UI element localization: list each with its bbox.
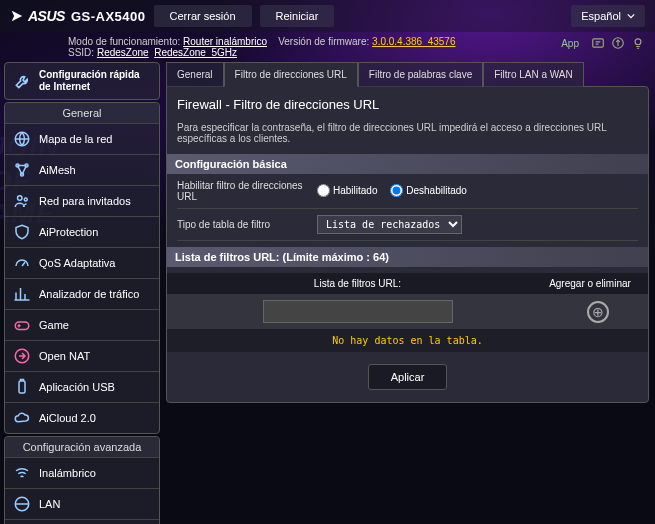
- language-label: Español: [581, 10, 621, 22]
- panel-description: Para especificar la contraseña, el filtr…: [177, 122, 638, 144]
- col-action-header: Agregar o eliminar: [540, 278, 640, 289]
- sidebar-item-game[interactable]: Game: [5, 309, 159, 340]
- sidebar-item-label: Analizador de tráfico: [39, 288, 139, 300]
- sidebar-item-guest[interactable]: Red para invitados: [5, 185, 159, 216]
- sidebar-item-label: LAN: [39, 498, 60, 510]
- shield-icon: [13, 223, 31, 241]
- tabs-bar: General Filtro de direcciones URL Filtro…: [166, 62, 649, 87]
- sidebar-advanced-block: Configuración avanzada Inalámbrico LAN W…: [4, 436, 160, 524]
- brand-logo: ASUS: [28, 8, 65, 24]
- svg-point-7: [18, 196, 23, 201]
- sidebar-item-aimesh[interactable]: AiMesh: [5, 154, 159, 185]
- enabled-radio[interactable]: [317, 184, 330, 197]
- reboot-button[interactable]: Reiniciar: [260, 5, 335, 27]
- language-select[interactable]: Español: [571, 5, 645, 27]
- nat-icon: [13, 347, 31, 365]
- chevron-down-icon: [627, 12, 635, 20]
- enable-filter-label: Habilitar filtro de direcciones URL: [177, 180, 317, 202]
- gauge-icon: [13, 254, 31, 272]
- tab-url-filter[interactable]: Filtro de direcciones URL: [224, 62, 358, 87]
- svg-point-2: [635, 39, 641, 45]
- fw-label: Versión de firmware:: [278, 36, 369, 47]
- cloud-icon: [13, 409, 31, 427]
- sidebar-item-usb[interactable]: Aplicación USB: [5, 371, 159, 402]
- users-icon: [13, 192, 31, 210]
- top-bar: ASUS GS-AX5400 Cerrar sesión Reiniciar E…: [0, 0, 655, 32]
- feedback-icon[interactable]: [591, 36, 605, 50]
- svg-rect-11: [19, 381, 25, 393]
- globe-icon: [13, 130, 31, 148]
- filter-list-header: Lista de filtros URL: (Límite máximo : 6…: [167, 247, 648, 267]
- tab-keyword-filter[interactable]: Filtro de palabras clave: [358, 62, 483, 87]
- sidebar-item-wan[interactable]: WAN: [5, 519, 159, 524]
- rog-logo-icon: [10, 9, 24, 23]
- svg-rect-9: [15, 322, 29, 330]
- app-label[interactable]: App: [561, 38, 579, 49]
- table-type-label: Tipo de tabla de filtro: [177, 219, 317, 230]
- quick-setup-label: Configuración rápida de Internet: [39, 69, 151, 93]
- url-filter-input[interactable]: [263, 300, 453, 323]
- disabled-radio[interactable]: [390, 184, 403, 197]
- ssid1-link[interactable]: RedesZone: [97, 47, 149, 58]
- sidebar-item-network-map[interactable]: Mapa de la red: [5, 123, 159, 154]
- sidebar-item-label: Inalámbrico: [39, 467, 96, 479]
- sidebar-item-label: Aplicación USB: [39, 381, 115, 393]
- tab-general[interactable]: General: [166, 62, 224, 87]
- no-data-message: No hay datos en la tabla.: [167, 329, 648, 352]
- sidebar-item-label: Game: [39, 319, 69, 331]
- sidebar-item-label: Red para invitados: [39, 195, 131, 207]
- info-bar: Modo de funcionamiento: Router inalámbri…: [0, 32, 655, 62]
- sidebar-item-aicloud[interactable]: AiCloud 2.0: [5, 402, 159, 433]
- panel-title: Firewall - Filtro de direcciones URL: [177, 97, 638, 112]
- svg-point-8: [24, 198, 27, 201]
- usb-icon[interactable]: [611, 36, 625, 50]
- sidebar-quick-setup[interactable]: Configuración rápida de Internet: [4, 62, 160, 100]
- led-icon[interactable]: [631, 36, 645, 50]
- logout-button[interactable]: Cerrar sesión: [154, 5, 252, 27]
- lan-icon: [13, 495, 31, 513]
- sidebar-item-wireless[interactable]: Inalámbrico: [5, 457, 159, 488]
- sidebar-advanced-header: Configuración avanzada: [5, 437, 159, 457]
- firmware-link[interactable]: 3.0.0.4.386_43576: [372, 36, 455, 47]
- table-type-select[interactable]: Lista de rechazados: [317, 215, 462, 234]
- apply-button[interactable]: Aplicar: [368, 364, 448, 390]
- sidebar-item-label: AiMesh: [39, 164, 76, 176]
- wrench-icon: [13, 71, 33, 91]
- basic-config-header: Configuración básica: [167, 154, 648, 174]
- svg-rect-0: [593, 39, 604, 47]
- chart-icon: [13, 285, 31, 303]
- main-panel: Firewall - Filtro de direcciones URL Par…: [166, 86, 649, 403]
- sidebar-item-label: QoS Adaptativa: [39, 257, 115, 269]
- sidebar-item-opennat[interactable]: Open NAT: [5, 340, 159, 371]
- sidebar-general-header: General: [5, 103, 159, 123]
- table-type-row: Tipo de tabla de filtro Lista de rechaza…: [177, 209, 638, 241]
- sidebar-item-label: Mapa de la red: [39, 133, 112, 145]
- mode-link[interactable]: Router inalámbrico: [183, 36, 267, 47]
- sidebar-item-traffic[interactable]: Analizador de tráfico: [5, 278, 159, 309]
- sidebar: Configuración rápida de Internet General…: [0, 62, 164, 524]
- sidebar-item-lan[interactable]: LAN: [5, 488, 159, 519]
- sidebar-general-block: General Mapa de la red AiMesh Red para i…: [4, 102, 160, 434]
- wifi-icon: [13, 464, 31, 482]
- add-filter-button[interactable]: ⊕: [587, 301, 609, 323]
- sidebar-item-label: AiProtection: [39, 226, 98, 238]
- filter-input-row: ⊕: [167, 294, 648, 329]
- sidebar-item-label: AiCloud 2.0: [39, 412, 96, 424]
- usb-app-icon: [13, 378, 31, 396]
- disabled-radio-label[interactable]: Deshabilitado: [390, 184, 467, 197]
- ssid-label: SSID:: [68, 47, 94, 58]
- sidebar-item-label: Open NAT: [39, 350, 90, 362]
- mode-label: Modo de funcionamiento:: [68, 36, 180, 47]
- mesh-icon: [13, 161, 31, 179]
- enable-filter-row: Habilitar filtro de direcciones URL Habi…: [177, 174, 638, 209]
- filter-table-header: Lista de filtros URL: Agregar o eliminar: [167, 273, 648, 294]
- tab-lan-wan-filter[interactable]: Filtro LAN a WAN: [483, 62, 584, 87]
- gamepad-icon: [13, 316, 31, 334]
- col-url-header: Lista de filtros URL:: [175, 278, 540, 289]
- sidebar-item-aiprotection[interactable]: AiProtection: [5, 216, 159, 247]
- enabled-radio-label[interactable]: Habilitado: [317, 184, 377, 197]
- sidebar-item-qos[interactable]: QoS Adaptativa: [5, 247, 159, 278]
- model-name: GS-AX5400: [71, 9, 146, 24]
- content-area: General Filtro de direcciones URL Filtro…: [164, 62, 655, 524]
- ssid2-link[interactable]: RedesZone_5GHz: [154, 47, 237, 58]
